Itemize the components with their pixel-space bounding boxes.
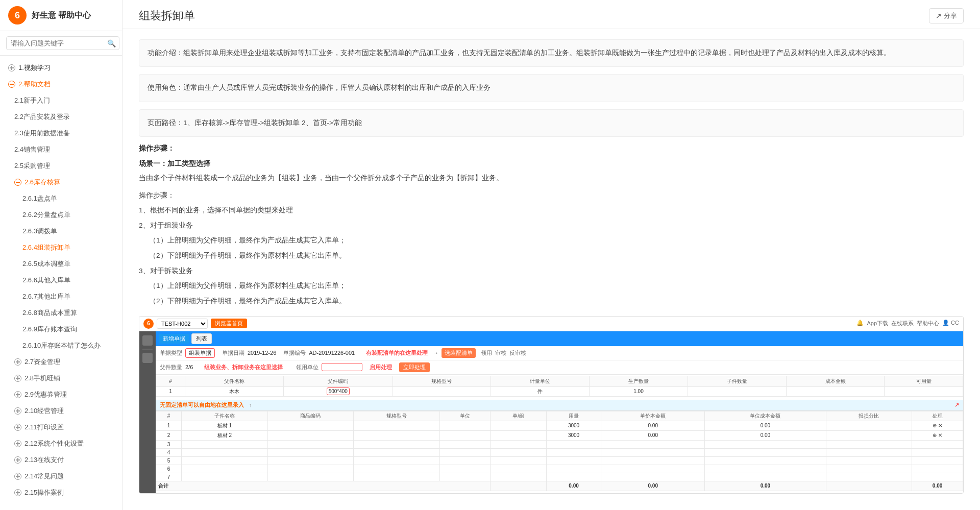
expand-icon	[14, 424, 21, 431]
mock-shen-he: 审核	[495, 349, 506, 357]
sidebar-item-label: 2.6.6其他入库单	[22, 276, 70, 285]
mock-lower-section: 无固定清单可以自由地在这里录入 ↑ ↗ # 子件名称	[156, 398, 963, 493]
sidebar-item-2-6-4[interactable]: 2.6.4组装拆卸单	[0, 239, 122, 256]
sidebar-item-label: 2.6.8商品成本重算	[22, 308, 77, 318]
mock-online-help: 在线联系	[891, 320, 914, 327]
mock-date-label: 单据日期	[222, 349, 244, 357]
sidebar-item-docs[interactable]: 2.帮助文档	[0, 76, 122, 92]
mock-no-value: AD-20191226-001	[309, 350, 355, 356]
mock-form-row1: 单据类型 组装单据 单据日期 2019-12-26 单据编号 AD-201912…	[156, 346, 963, 360]
mock-col-prod-qty: 生产数量	[590, 376, 688, 386]
sidebar-item-2-12[interactable]: 2.12系统个性化设置	[0, 435, 122, 452]
sidebar-item-2-6-10[interactable]: 2.6.10库存账本错了怎么办	[0, 337, 122, 354]
sidebar-item-2-2[interactable]: 2.2产品安装及登录	[0, 109, 122, 125]
app-name: 好生意 帮助中心	[32, 10, 91, 21]
sidebar-item-2-8[interactable]: 2.8手机旺铺	[0, 370, 122, 386]
sidebar: 6 好生意 帮助中心 🔍 1.视频学习 2.帮助文档 2.1新手入门 2.2产品…	[0, 0, 122, 510]
mock-upper-table-container: # 父件名称 父件编码 规格型号 计量单位 生产数量 子件数量 成本金额 可用量	[156, 375, 963, 398]
sidebar-item-label: 2.13在线支付	[24, 455, 64, 465]
mock-count-value: 2/6	[185, 364, 193, 370]
role-text: 使用角色：通常由生产人员或库管人员完成拆装业务的操作，库管人员确认原材料的出库和…	[148, 84, 491, 91]
mock-supplier-input[interactable]	[322, 363, 362, 371]
sidebar-item-2-3[interactable]: 2.3使用前数据准备	[0, 125, 122, 141]
sidebar-item-2-6-7[interactable]: 2.6.7其他出库单	[0, 288, 122, 305]
mock-annotation3: 启用处理	[370, 363, 392, 371]
sidebar-item-2-13[interactable]: 2.13在线支付	[0, 452, 122, 468]
mock-list-tab[interactable]: 列表	[191, 333, 212, 344]
mock-export-icon: ↗	[954, 402, 959, 408]
sidebar-item-2-6-1[interactable]: 2.6.1盘点单	[0, 190, 122, 207]
mock-sidebar-icon-1	[142, 335, 153, 346]
sidebar-item-2-6[interactable]: 2.6库存核算	[0, 174, 122, 190]
mock-count-label: 父件数量	[160, 363, 182, 371]
path-text: 页面路径：1、库存核算->库存管理->组装拆卸单 2、首页->常用功能	[148, 119, 362, 127]
sidebar-item-label: 2.7资金管理	[24, 357, 60, 367]
sidebar-item-2-6-2[interactable]: 2.6.2分量盘点单	[0, 207, 122, 223]
sidebar-item-label: 2.11打印设置	[24, 423, 64, 432]
table-row: 5	[156, 456, 963, 465]
sidebar-item-label: 2.14常见问题	[24, 472, 64, 481]
sidebar-item-2-6-5[interactable]: 2.6.5成本调整单	[0, 256, 122, 272]
sidebar-item-2-6-8[interactable]: 2.6.8商品成本重算	[0, 305, 122, 321]
sidebar-item-label: 1.视频学习	[18, 63, 51, 72]
table-row: 1 木木 500*400 件 1.00	[156, 386, 963, 396]
mock-tabs-bar: 新增单据 列表	[156, 331, 963, 346]
search-box[interactable]: 🔍	[0, 31, 122, 56]
sidebar-item-2-6-3[interactable]: 2.6.3调拨单	[0, 223, 122, 239]
mock-col-num: #	[156, 376, 185, 386]
expand-icon	[8, 64, 15, 71]
mock-company-select[interactable]: TEST-H002	[157, 319, 208, 329]
mock-annotation2: 组装业务、拆卸业务在这里选择	[204, 363, 283, 371]
main-content: 组装拆卸单 ↗ 分享 功能介绍：组装拆卸单用来处理企业组装或拆卸等加工业务，支持…	[122, 0, 980, 510]
table-row: 2板材 230000.000.00⊕ ✕	[156, 430, 963, 440]
sidebar-item-label: 2.6.5成本调整单	[22, 259, 70, 269]
sidebar-item-2-7[interactable]: 2.7资金管理	[0, 354, 122, 370]
sidebar-item-2-14[interactable]: 2.14常见问题	[0, 468, 122, 484]
mock-upper-table: # 父件名称 父件编码 规格型号 计量单位 生产数量 子件数量 成本金额 可用量	[156, 376, 963, 397]
mock-type-label: 单据类型	[160, 349, 182, 357]
sidebar-item-2-6-9[interactable]: 2.6.9库存账本查询	[0, 321, 122, 337]
sidebar-item-label: 2.3使用前数据准备	[14, 129, 70, 138]
mock-new-tab[interactable]: 新增单据	[159, 334, 189, 344]
mock-col-spec: 规格型号	[393, 376, 491, 386]
sidebar-item-2-9[interactable]: 2.9优惠券管理	[0, 386, 122, 403]
mock-confirm-btn[interactable]: 立即处理	[399, 362, 430, 372]
sidebar-item-2-1[interactable]: 2.1新手入门	[0, 92, 122, 109]
mock-ling-yong: 领用	[481, 349, 492, 357]
sidebar-item-video[interactable]: 1.视频学习	[0, 60, 122, 76]
nav-list: 1.视频学习 2.帮助文档 2.1新手入门 2.2产品安装及登录 2.3使用前数…	[0, 56, 122, 510]
collapse-icon	[14, 179, 21, 186]
sidebar-item-label: 2.6.10库存账本错了怎么办	[22, 341, 101, 350]
sidebar-item-label: 2.9优惠券管理	[24, 390, 67, 399]
sidebar-item-2-11[interactable]: 2.11打印设置	[0, 419, 122, 435]
mock-top-bar: 6 TEST-H002 浏览器首页 🔔 App下载 在线联系 帮助中心 👤 CC	[139, 317, 963, 331]
mock-bell-icon: 🔔	[856, 320, 864, 327]
step2-text: 2、对于组装业务	[139, 219, 964, 232]
role-block: 使用角色：通常由生产人员或库管人员完成拆装业务的操作，库管人员确认原材料的出库和…	[139, 74, 964, 102]
table-row: 6	[156, 465, 963, 473]
screenshot-container: 6 TEST-H002 浏览器首页 🔔 App下载 在线联系 帮助中心 👤 CC	[139, 316, 964, 494]
sidebar-item-2-5[interactable]: 2.5采购管理	[0, 158, 122, 174]
sidebar-item-2-4[interactable]: 2.4销售管理	[0, 141, 122, 158]
search-input[interactable]	[6, 36, 119, 50]
sidebar-item-label: 2.4销售管理	[14, 145, 50, 154]
mock-select-bom-btn[interactable]: 选装配清单	[442, 348, 476, 358]
expand-icon	[14, 391, 21, 398]
sidebar-item-2-6-6[interactable]: 2.6.6其他入库单	[0, 272, 122, 288]
mock-sidebar-divider	[142, 349, 153, 350]
mock-browser-home[interactable]: 浏览器首页	[211, 319, 247, 328]
page-title: 组装拆卸单	[139, 8, 195, 23]
logo-icon: 6	[8, 6, 27, 25]
share-button[interactable]: ↗ 分享	[929, 8, 964, 23]
expand-icon	[14, 440, 21, 447]
search-button[interactable]: 🔍	[107, 39, 116, 47]
step3-text: 3、对于拆装业务	[139, 264, 964, 278]
sidebar-item-label: 2.6库存核算	[24, 178, 60, 187]
mock-form-row2: 父件数量 2/6 组装业务、拆卸业务在这里选择 领用单位 启用处理 立即处理	[156, 360, 963, 375]
main-header: 组装拆卸单 ↗ 分享	[122, 0, 980, 29]
sidebar-item-2-15[interactable]: 2.15操作案例	[0, 484, 122, 501]
sidebar-item-2-10[interactable]: 2.10经营管理	[0, 403, 122, 419]
mock-sidebar-icon-2	[142, 353, 153, 363]
sidebar-item-label: 2.8手机旺铺	[24, 374, 60, 383]
step2-1-text: （1）上部明细为父件明细，最终作为产成品生成其它入库单；	[139, 234, 964, 247]
